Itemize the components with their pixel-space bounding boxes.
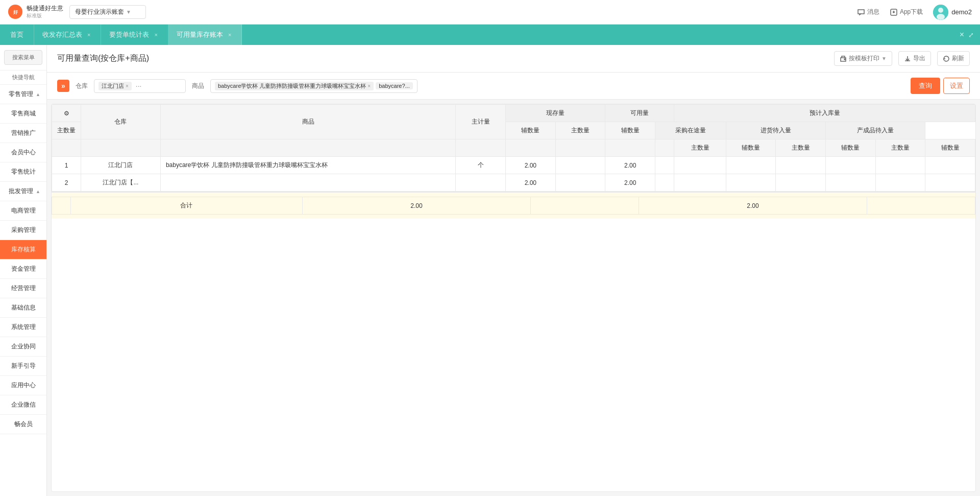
nav-actions: × ⤢ xyxy=(953,25,980,45)
col-header-current-main: 主数量 xyxy=(52,122,81,139)
tab-home[interactable]: 首页 xyxy=(0,25,34,45)
refresh-button[interactable]: 刷新 xyxy=(937,51,970,66)
filter-more-dots[interactable]: ··· xyxy=(134,82,144,90)
tab-receive-summary[interactable]: 收发存汇总表 × xyxy=(34,25,101,45)
print-icon xyxy=(840,55,847,62)
sidebar-item-label-5: 批发管理 xyxy=(6,187,36,196)
maximize-button[interactable]: ⤢ xyxy=(968,31,974,39)
message-label: 消息 xyxy=(867,8,879,16)
sidebar-item-11[interactable]: 基础信息 xyxy=(0,298,46,318)
col-header-ca-sub xyxy=(555,139,605,157)
sidebar-item-17[interactable]: 畅会员 xyxy=(0,415,46,434)
tab-available-inventory-close[interactable]: × xyxy=(226,31,233,39)
cell-prod-aux-0 xyxy=(925,157,975,174)
sidebar-item-label-9: 资金管理 xyxy=(6,265,40,273)
warehouse-filter-input[interactable]: 江北门店 × ··· xyxy=(94,79,186,93)
sidebar-item-10[interactable]: 经营管理 xyxy=(0,279,46,298)
cell-in-aux-0 xyxy=(825,157,875,174)
total-current-main: 2.00 xyxy=(302,197,530,215)
settings-button[interactable]: 设置 xyxy=(943,78,970,94)
print-button[interactable]: 按模板打印 ▼ xyxy=(834,51,892,66)
quick-nav-button[interactable]: 快捷导航 xyxy=(0,70,46,85)
svg-point-4 xyxy=(938,8,943,13)
tab-order-stats-close[interactable]: × xyxy=(152,31,159,39)
filter-area: » 仓库 江北门店 × ··· 商品 babycare学饮杯 儿童防摔防撞吸管杯… xyxy=(47,73,980,100)
tab-order-stats[interactable]: 要货单统计表 × xyxy=(101,25,168,45)
tab-order-stats-label: 要货单统计表 xyxy=(109,30,149,39)
filter-expand-button[interactable]: » xyxy=(57,80,69,92)
col-header-incoming-group: 进货待入量 xyxy=(726,122,825,139)
tab-available-inventory[interactable]: 可用量库存账本 × xyxy=(168,25,242,45)
sidebar-item-14[interactable]: 新手引导 xyxy=(0,357,46,376)
top-bar-right: 消息 App下载 demo2 xyxy=(857,5,972,20)
cell-current-main-1: 2.00 xyxy=(506,174,556,192)
export-label: 导出 xyxy=(913,54,925,63)
sidebar-item-label-11: 基础信息 xyxy=(6,303,40,312)
sidebar-item-label-1: 零售商城 xyxy=(6,109,40,118)
user-avatar xyxy=(933,5,948,20)
sidebar-item-0[interactable]: 零售管理▲ xyxy=(0,85,46,104)
table-row: 1 江北门店 babycare学饮杯 儿童防摔防撞吸管杯重力球吸嘴杯宝宝水杯 个… xyxy=(52,157,975,174)
col-header-production-group: 产成品待入量 xyxy=(825,122,925,139)
cell-current-aux-1 xyxy=(555,174,605,192)
goods-filter-input[interactable]: babycare学饮杯 儿童防摔防撞吸管杯重力球吸嘴杯宝宝水杯 × babyca… xyxy=(210,79,418,93)
cell-pur-main-0 xyxy=(674,157,726,174)
total-label: 合计 xyxy=(71,197,303,215)
query-button[interactable]: 查询 xyxy=(911,78,940,94)
sidebar-item-label-3: 会员中心 xyxy=(6,148,40,157)
message-icon xyxy=(857,8,865,16)
sidebar-item-3[interactable]: 会员中心 xyxy=(0,143,46,162)
filter-actions: 查询 设置 xyxy=(911,78,970,94)
sidebar-item-5[interactable]: 批发管理▲ xyxy=(0,182,46,201)
cell-unit-1 xyxy=(456,174,506,192)
sidebar-item-13[interactable]: 企业协同 xyxy=(0,337,46,357)
col-header-unit-sub xyxy=(456,139,506,157)
cell-in-main-0 xyxy=(776,157,826,174)
tab-receive-summary-close[interactable]: × xyxy=(85,31,92,39)
sidebar-item-9[interactable]: 资金管理 xyxy=(0,259,46,279)
sidebar-item-8[interactable]: 库存核算 xyxy=(0,240,46,259)
sidebar-item-4[interactable]: 零售统计 xyxy=(0,162,46,182)
table-row: 2 江北门店【... 2.00 2.00 xyxy=(52,174,975,192)
cell-goods-0: babycare学饮杯 儿童防摔防撞吸管杯重力球吸嘴杯宝宝水杯 xyxy=(160,157,456,174)
top-bar: 好 畅捷通好生意 标准版 母婴行业演示账套 ▼ 消息 App下载 demo2 xyxy=(0,0,980,25)
col-header-prod-aux: 辅数量 xyxy=(925,139,975,157)
sidebar-item-1[interactable]: 零售商城 xyxy=(0,104,46,124)
cell-avail-main-0: 2.00 xyxy=(605,157,655,174)
logo-sub-text: 标准版 xyxy=(27,12,63,19)
sidebar-item-label-15: 应用中心 xyxy=(6,381,40,390)
tenant-selector[interactable]: 母婴行业演示账套 ▼ xyxy=(69,5,146,19)
cell-pur-aux-0 xyxy=(726,157,776,174)
sidebar-item-16[interactable]: 企业微信 xyxy=(0,395,46,415)
goods-tag-1-close[interactable]: × xyxy=(368,83,371,89)
sidebar-item-12[interactable]: 系统管理 xyxy=(0,318,46,337)
export-button[interactable]: 导出 xyxy=(898,51,931,66)
goods-tag-1: babycare学饮杯 儿童防摔防撞吸管杯重力球吸嘴杯宝宝水杯 × xyxy=(215,82,374,90)
cell-pur-main-1 xyxy=(674,174,726,192)
app-download-button[interactable]: App下载 xyxy=(890,8,923,16)
message-button[interactable]: 消息 xyxy=(857,8,879,16)
sidebar-arrow-icon-5: ▲ xyxy=(36,189,40,194)
warehouse-tag-close[interactable]: × xyxy=(126,83,129,89)
page-actions: 按模板打印 ▼ 导出 刷新 xyxy=(834,51,970,66)
close-tab-button[interactable]: × xyxy=(960,30,964,39)
sidebar-item-label-16: 企业微信 xyxy=(6,400,40,409)
sidebar-item-2[interactable]: 营销推广 xyxy=(0,124,46,143)
col-header-settings[interactable]: ⚙ xyxy=(52,105,81,122)
col-header-pur-main: 主数量 xyxy=(674,139,726,157)
user-avatar-area[interactable]: demo2 xyxy=(933,5,972,20)
search-menu-button[interactable]: 搜索菜单 xyxy=(4,50,42,65)
goods-tag-1-label: babycare学饮杯 儿童防摔防撞吸管杯重力球吸嘴杯宝宝水杯 xyxy=(218,82,366,90)
cell-current-main-0: 2.00 xyxy=(506,157,556,174)
col-header-in-aux: 辅数量 xyxy=(825,139,875,157)
sidebar-item-6[interactable]: 电商管理 xyxy=(0,201,46,221)
sidebar-item-label-12: 系统管理 xyxy=(6,323,40,332)
logo-text-area: 畅捷通好生意 标准版 xyxy=(27,5,63,19)
col-header-cm-sub xyxy=(506,139,556,157)
settings-icon[interactable]: ⚙ xyxy=(64,110,69,117)
sidebar-item-7[interactable]: 采购管理 xyxy=(0,221,46,240)
table-container: ⚙ 仓库 商品 主计量 现存量 可用量 预计入库量 主数量 辅数量 主数量 辅数… xyxy=(51,104,976,492)
col-header-wh-sub xyxy=(81,139,161,157)
col-header-avail-aux: 辅数量 xyxy=(605,122,655,139)
sidebar-item-15[interactable]: 应用中心 xyxy=(0,376,46,395)
